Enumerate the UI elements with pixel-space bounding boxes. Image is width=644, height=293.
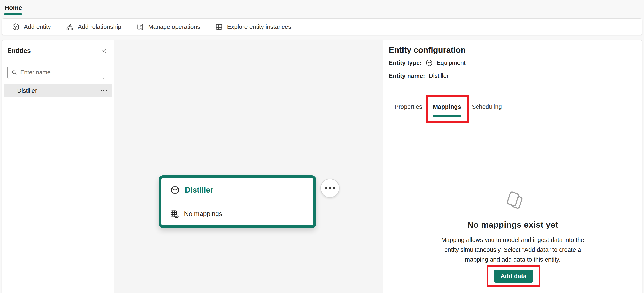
explore-entity-instances-button[interactable]: Explore entity instances (215, 23, 291, 31)
tab-scheduling[interactable]: Scheduling (472, 103, 502, 117)
config-divider (389, 91, 638, 91)
cube-icon (426, 59, 433, 67)
add-entity-button[interactable]: Add entity (12, 23, 51, 31)
empty-state-description: Mapping allows you to model and ingest d… (383, 235, 642, 264)
tab-properties-label: Properties (394, 103, 422, 110)
entity-node-distiller[interactable]: Distiller No mappings (159, 175, 316, 228)
tab-mappings[interactable]: Mappings (433, 103, 461, 117)
manage-operations-button[interactable]: Manage operations (136, 23, 200, 31)
add-relationship-button[interactable]: Add relationship (66, 23, 121, 31)
entity-search-input[interactable] (20, 69, 100, 76)
config-tabs: Properties Mappings Scheduling (394, 103, 502, 117)
double-chevron-left-icon (101, 48, 108, 54)
entity-node-title: Distiller (185, 186, 213, 194)
add-entity-label: Add entity (24, 24, 51, 30)
search-icon (11, 69, 17, 76)
entity-type-field: Entity type: Equipment (389, 59, 466, 67)
empty-state-heading: No mappings exist yet (383, 220, 642, 230)
add-data-button-area: Add data (494, 269, 534, 282)
config-panel-title: Entity configuration (389, 46, 466, 55)
entities-panel: Entities Distiller (2, 40, 114, 293)
model-canvas[interactable]: Distiller No mappings (114, 40, 383, 293)
entity-list-item-label: Distiller (17, 87, 100, 94)
entity-node-more-button[interactable] (320, 178, 340, 198)
entity-list-item-distiller[interactable]: Distiller (4, 84, 112, 97)
tab-mappings-label: Mappings (433, 103, 461, 110)
ribbon-toolbar: Add entity Add relationship Manage opera… (2, 19, 642, 35)
tab-properties[interactable]: Properties (394, 103, 422, 117)
active-tab-underline (4, 14, 22, 15)
collapse-panel-button[interactable] (100, 47, 109, 56)
table-icon (215, 23, 223, 31)
add-data-button[interactable]: Add data (494, 269, 534, 282)
entity-configuration-panel: Entity configuration Entity type: Equipm… (383, 40, 642, 293)
entity-name-value: Distiller (429, 72, 449, 79)
cube-icon (12, 23, 20, 31)
more-horizontal-icon[interactable] (100, 90, 108, 91)
tab-scheduling-label: Scheduling (472, 103, 502, 110)
workspace: Entities Distiller Distiller (2, 40, 642, 293)
more-horizontal-icon (324, 187, 336, 189)
active-tab-underline (433, 115, 461, 117)
entities-panel-title: Entities (7, 47, 31, 55)
entity-node-mapping-status: No mappings (184, 210, 222, 218)
entity-name-field: Entity name: Distiller (389, 72, 449, 79)
entity-node-header: Distiller (162, 178, 313, 202)
entity-name-label: Entity name: (389, 72, 425, 79)
operations-bolt-icon (136, 23, 144, 31)
digital-twin-builder-window: Home Add entity Add relationship Manage … (0, 0, 644, 293)
entity-type-label: Entity type: (389, 60, 422, 66)
manage-operations-label: Manage operations (148, 24, 200, 30)
empty-state-description-text: Mapping allows you to model and ingest d… (440, 235, 586, 264)
table-link-icon (170, 209, 179, 218)
tab-home[interactable]: Home (4, 4, 22, 11)
add-relationship-label: Add relationship (78, 24, 121, 30)
entity-type-value: Equipment (436, 60, 466, 66)
entity-search-box (7, 66, 104, 79)
copy-documents-icon (503, 190, 524, 211)
entity-node-mapping-row: No mappings (162, 202, 313, 225)
cube-icon (170, 185, 180, 195)
explore-entity-instances-label: Explore entity instances (227, 24, 291, 30)
org-chart-icon (66, 23, 74, 31)
